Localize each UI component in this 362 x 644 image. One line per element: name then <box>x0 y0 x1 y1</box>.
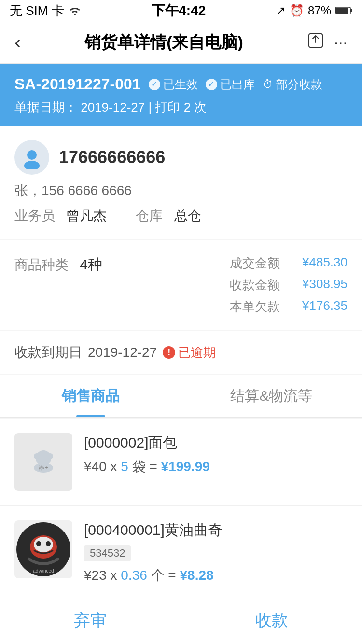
product-thumb-1: 器+ <box>14 433 72 491</box>
order-header-top: SA-20191227-001 ✓ 已生效 ✓ 已出库 ⏱ 部分收款 <box>14 75 348 93</box>
status-bar: 无 SIM 卡 下午4:42 ↗ ⏰ 87% <box>0 0 362 21</box>
svg-text:器+: 器+ <box>39 464 48 471</box>
product-item: advanced [000400001]黄油曲奇 534532 ¥23 x 0.… <box>0 506 362 600</box>
product-qty-2: 0.36 <box>121 568 147 583</box>
overdue-badge: ! 已逾期 <box>163 344 216 361</box>
deal-amount-value: ¥485.30 <box>290 255 348 272</box>
warehouse-label: 仓库 <box>136 208 163 223</box>
nav-left: ‹ <box>14 31 21 53</box>
svg-rect-2 <box>350 9 352 12</box>
customer-top: 17666666666 <box>14 140 348 175</box>
customer-avatar <box>14 140 49 175</box>
svg-point-4 <box>27 150 37 160</box>
more-icon[interactable]: ··· <box>334 33 348 52</box>
tab-settlement[interactable]: 结算&物流等 <box>181 375 362 417</box>
product-unit-1: 袋 <box>132 459 146 474</box>
overdue-icon: ! <box>163 346 175 359</box>
product-price-val-2: ¥23 <box>84 568 107 583</box>
cancel-label: 弃审 <box>74 609 107 631</box>
product-price-1: ¥40 x 5 袋 = ¥199.99 <box>84 458 348 476</box>
warehouse-value: 总仓 <box>174 208 201 223</box>
product-name-1: [0000002]面包 <box>84 433 348 453</box>
svg-point-8 <box>47 453 53 459</box>
status-label-1: 已生效 <box>163 77 198 92</box>
tab-sales-products[interactable]: 销售商品 <box>0 375 181 417</box>
type-count: 4种 <box>80 256 102 272</box>
product-total-2: ¥8.28 <box>180 568 213 583</box>
cancel-button[interactable]: 弃审 <box>0 596 181 644</box>
owed-label: 本单欠款 <box>230 298 280 315</box>
wifi-icon <box>68 6 82 15</box>
alarm-icon: ⏰ <box>290 4 304 17</box>
summary-section: 商品种类 4种 成交金额 ¥485.30 收款金额 ¥308.95 本单欠款 ¥… <box>0 240 362 330</box>
location-icon: ↗ <box>276 4 286 17</box>
status-label-2: 已出库 <box>220 77 255 92</box>
salesperson-field: 业务员 曾凡杰 <box>14 207 107 225</box>
svg-point-15 <box>46 541 51 546</box>
back-button[interactable]: ‹ <box>14 31 21 53</box>
deal-amount-row: 成交金额 ¥485.30 <box>230 255 348 272</box>
customer-name: 张，156 6666 6666 <box>14 182 348 200</box>
battery-icon <box>335 6 352 15</box>
deal-amount-label: 成交金额 <box>230 255 280 272</box>
print-info: | 打印 2 次 <box>148 100 207 114</box>
status-right: ↗ ⏰ 87% <box>276 4 352 17</box>
bottom-bar: 弃审 收款 <box>0 596 362 644</box>
battery-label: 87% <box>308 4 331 17</box>
product-info-1: [0000002]面包 ¥40 x 5 袋 = ¥199.99 <box>84 433 348 476</box>
product-thumb-placeholder-1: 器+ <box>14 433 72 491</box>
nav-right: ··· <box>307 32 348 53</box>
product-total-1: ¥199.99 <box>161 459 210 474</box>
owed-row: 本单欠款 ¥176.35 <box>230 298 348 315</box>
product-price-2: ¥23 x 0.36 个 = ¥8.28 <box>84 566 348 585</box>
received-row: 收款金额 ¥308.95 <box>230 277 348 294</box>
status-badge-2: ✓ 已出库 <box>206 77 255 92</box>
tabs-row: 销售商品 结算&物流等 <box>0 375 362 418</box>
type-label: 商品种类 <box>14 257 69 272</box>
date-label: 单据日期： <box>14 100 77 114</box>
clock-icon: ⏱ <box>263 78 273 91</box>
customer-phone: 17666666666 <box>59 147 165 168</box>
confirm-button[interactable]: 收款 <box>181 596 362 644</box>
payment-due-date: 2019-12-27 <box>88 345 157 360</box>
order-number: SA-20191227-001 <box>14 75 141 93</box>
check-icon-2: ✓ <box>206 79 217 90</box>
product-name-2: [000400001]黄油曲奇 <box>84 520 348 540</box>
tabs-section: 销售商品 结算&物流等 <box>0 375 362 418</box>
svg-point-14 <box>36 541 41 546</box>
payment-due-section: 收款到期日 2019-12-27 ! 已逾期 <box>0 331 362 374</box>
summary-left: 商品种类 4种 <box>14 255 102 275</box>
product-item: 器+ [0000002]面包 ¥40 x 5 袋 = ¥199.99 <box>0 419 362 506</box>
status-time: 下午4:42 <box>152 1 206 20</box>
order-header: SA-20191227-001 ✓ 已生效 ✓ 已出库 ⏱ 部分收款 单据日期：… <box>0 64 362 126</box>
overdue-label: 已逾期 <box>178 344 216 361</box>
order-date: 单据日期： 2019-12-27 | 打印 2 次 <box>14 99 348 116</box>
status-left: 无 SIM 卡 <box>10 2 82 19</box>
status-badge-3: ⏱ 部分收款 <box>263 77 322 92</box>
salesperson-label: 业务员 <box>14 208 55 223</box>
received-label: 收款金额 <box>230 277 280 294</box>
tab-sales-products-label: 销售商品 <box>62 386 120 406</box>
page-title: 销货单详情(来自电脑) <box>84 31 243 54</box>
confirm-label: 收款 <box>255 609 288 631</box>
product-info-2: [000400001]黄油曲奇 534532 ¥23 x 0.36 个 = ¥8… <box>84 520 348 585</box>
customer-section: 17666666666 张，156 6666 6666 业务员 曾凡杰 仓库 总… <box>0 126 362 239</box>
nav-bar: ‹ 销货单详情(来自电脑) ··· <box>0 21 362 64</box>
status-label-3: 部分收款 <box>276 77 322 92</box>
customer-meta: 业务员 曾凡杰 仓库 总仓 <box>14 207 348 225</box>
owed-value: ¥176.35 <box>290 298 348 315</box>
warehouse-field: 仓库 总仓 <box>136 207 201 225</box>
product-sku-2: 534532 <box>84 545 131 561</box>
svg-point-5 <box>24 161 40 169</box>
tab-settlement-label: 结算&物流等 <box>230 386 312 406</box>
products-section: 器+ [0000002]面包 ¥40 x 5 袋 = ¥199.99 <box>0 419 362 600</box>
status-badge-1: ✓ 已生效 <box>149 77 198 92</box>
summary-right: 成交金额 ¥485.30 收款金额 ¥308.95 本单欠款 ¥176.35 <box>230 255 348 315</box>
svg-rect-1 <box>335 8 348 14</box>
salesperson-value: 曾凡杰 <box>66 208 107 223</box>
tab-underline <box>76 415 105 417</box>
svg-text:advanced: advanced <box>33 568 54 574</box>
share-icon[interactable] <box>307 32 324 53</box>
carrier-label: 无 SIM 卡 <box>10 2 64 19</box>
product-unit-2: 个 <box>151 568 165 583</box>
